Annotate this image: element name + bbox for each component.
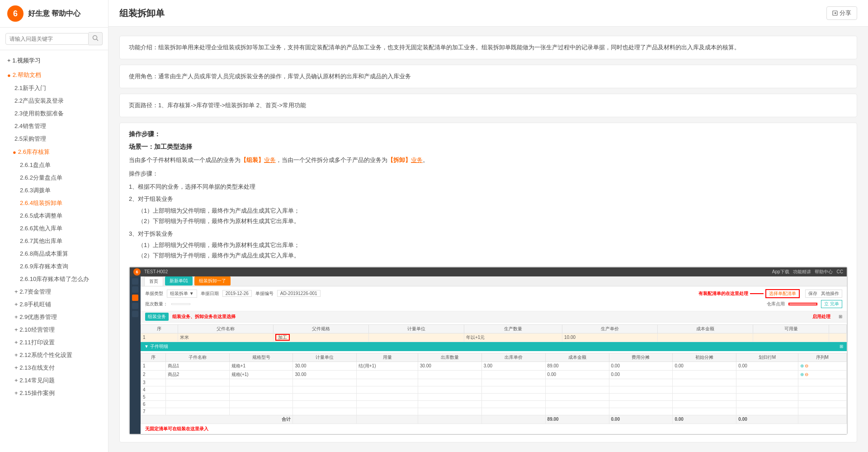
fake-screenshot: 6 TEST-H002 App下载 功能精讲 帮助中心 CC [129,267,847,434]
annotation-section: 组装业务、拆卸业务在这里选择 [172,314,236,320]
cell-l-name-2: 商品2 [165,370,229,379]
sidebar-item-sales[interactable]: 2.4销售管理 [0,120,108,133]
cell-op-btn-2[interactable]: ⊖ [805,363,808,368]
annotation-text-1: 有装配清单的在这里处理 [698,290,748,297]
col-out-price: 出库单价 [481,353,545,362]
mock-lower-title: ▼ 子件明细 [144,343,168,350]
sidebar-item-coupon[interactable]: + 2.9优惠券管理 [0,311,108,324]
sidebar-item-payment[interactable]: + 2.13在线支付 [0,362,108,374]
sidebar-item-data[interactable]: 2.3使用前数据准备 [0,107,108,120]
sidebar-item-error[interactable]: 2.6.10库存账本错了怎么办 [0,273,108,285]
sidebar-item-docs[interactable]: ● 2.帮助文档 [0,68,108,82]
mock-expand-lower: ⊞ [840,344,843,349]
col-unit: 计量单位 [368,324,464,333]
mock-qty-value[interactable] [171,303,190,305]
mock-select-btn[interactable]: 立 完单 [821,300,842,308]
cell-l-alloc-2: 0.00 [609,370,673,379]
mock-lower-row-3: 3 [141,379,847,386]
mock-lower-row-6: 6 [141,400,847,408]
mock-warehouse-input[interactable] [788,303,817,305]
cell-l-init-2 [673,370,736,379]
sidebar-item-assembly[interactable]: 2.6.4组装拆卸单 [0,197,108,209]
annotation-area-1: 有装配清单的在这里处理 选择单配清单 [698,289,800,298]
cell-cost [658,333,753,342]
sidebar-item-print[interactable]: + 2.11打印设置 [0,336,108,349]
mock-new-btn[interactable]: 组装拆卸一了 [194,276,231,285]
cell-l-init: 0.00 [673,362,736,370]
mock-assembly-btn[interactable]: 选择单配清单 [765,289,800,298]
search-icon [92,35,99,41]
mock-lower-section-header: ▼ 子件明细 ⊞ [141,342,847,351]
main-content: 组装拆卸单 分享 功能介绍：组装拆卸单用来处理企业组装或拆卸等加工业务，支持有固… [108,0,868,452]
sidebar-item-mgmt[interactable]: + 2.10经营管理 [0,324,108,336]
sidebar-item-in[interactable]: 2.6.6其他入库单 [0,222,108,235]
cell-l-seq: 1 [141,362,166,370]
share-label: 分享 [840,9,851,17]
col-parent-spec: 父件规格 [273,324,368,333]
sidebar-item-warehouse[interactable]: ● 2.6库存核算 [0,145,108,159]
mock-logo: 6 [133,268,141,276]
steps-section: 操作步骤： 场景一：加工类型选择 当由多个子件材料组装成一个成品的业务为【组装】… [119,123,857,442]
footer-amount2: 0.00 [609,415,673,423]
cell-l-out-qty: 30.00 [418,362,481,370]
cell-prod-price: 10.00 [562,333,658,342]
sidebar-item-check[interactable]: 2.6.9库存账本查询 [0,260,108,273]
sidebar-item-adjust[interactable]: 2.6.3调拨单 [0,184,108,197]
assembly-sub-list: （1）上部明细为父件明细，最终作为产成品生成其它入库单； （2）下部明细为子件明… [129,205,848,227]
sidebar-item-mobile[interactable]: + 2.8手机旺铺 [0,298,108,311]
cell-op-btn-1[interactable]: ⊕ [800,363,804,368]
mock-form-header: 单据类型 组装拆单 ▼ 单据日期 2019-12-26 单据编号 AD-2019… [141,286,847,311]
scenario-title: 场景一：加工类型选择 [129,143,848,151]
mock-no-value[interactable]: AD-20191226-001 [277,290,321,297]
sidebar-item-recount[interactable]: 2.6.8商品成本重算 [0,247,108,260]
scenario-desc1: 当由多个子件材料组装成一个成品的业务为【组装】业务，当由一个父件拆分成多个子产品… [129,155,848,165]
sidebar-item-finance[interactable]: + 2.7资金管理 [0,285,108,298]
cell-l-alloc: 0.00 [609,362,673,370]
sidebar-item-system[interactable]: + 2.12系统个性化设置 [0,349,108,362]
sidebar-item-partial[interactable]: 2.6.2分量盘点单 [0,171,108,184]
mock-date-value[interactable]: 2019-12-26 [222,290,252,297]
mock-system-bar: 6 TEST-H002 App下载 功能精讲 帮助中心 CC [130,267,847,276]
cell-l-ops-2: ⊕ ⊖ [798,370,846,379]
mock-type-value[interactable]: 组装拆单 ▼ [167,290,197,298]
sidebar-item-video[interactable]: + 1.视频学习 [0,54,108,67]
svg-point-0 [93,36,97,40]
sidebar-item-new[interactable]: 2.1新手入门 [0,82,108,95]
col-usage: 用量 [357,353,418,362]
sidebar-item-cost[interactable]: 2.6.5成本调整单 [0,209,108,222]
sidebar-item-cases[interactable]: + 2.15操作案例 [0,387,108,400]
nav-tree: + 1.视频学习 ● 2.帮助文档 2.1新手入门 2.2产品安装及登录 2.3… [0,50,108,452]
disassembly-sub-list: （1）上部明细为父件明细，最终作为原材料生成其它出库单； （2）下部明细为子件明… [129,240,848,261]
mock-action-btns[interactable]: 保存 其他操作 [805,290,842,298]
mock-tab-active[interactable]: 新新单01 [165,276,193,285]
cell-op-btn-3[interactable]: ⊕ [800,372,804,377]
search-button[interactable] [89,32,103,45]
cell-l-name: 商品1 [165,362,229,370]
sidebar-item-inventory[interactable]: 2.6.1盘点单 [0,159,108,171]
footer-amount1: 89.00 [545,415,609,423]
mock-section-tab[interactable]: 组装业务 [145,313,169,321]
sidebar-item-label: 2.帮助文档 [13,71,41,79]
search-input[interactable] [5,33,89,45]
col-alloc: 费用分摊 [609,353,673,362]
mock-tab-home[interactable]: 首页 [144,276,163,286]
step-2: 2、对于组装业务 （1）上部明细为父件明细，最终作为产成品生成其它入库单； （2… [129,194,848,226]
sidebar-item-faq[interactable]: + 2.14常见问题 [0,374,108,387]
share-button[interactable]: 分享 [826,6,857,20]
nav-section-video: + 1.视频学习 [0,54,108,67]
mock-form-row2: 批次数量： 仓库点用 立 完单 [145,300,842,308]
mock-lower-row-2: 2 商品2 规格(+1) 30.00 0.00 0.00 [141,370,847,379]
role-text: 使用角色：通常由生产人员或库管人员完成拆装业务的操作，库管人员确认原材料的出库和… [129,71,848,81]
sidebar-item-purchase[interactable]: 2.5采购管理 [0,133,108,145]
sidebar-item-install[interactable]: 2.2产品安装及登录 [0,95,108,107]
col-price: 生产单价 [562,324,658,333]
mock-lower-row-4: 4 [141,386,847,393]
minus-icon-warehouse: ● [13,149,16,156]
col-avail: 可用量 [753,324,829,333]
cell-op-btn-4[interactable]: ⊖ [805,372,808,377]
sidebar-item-out[interactable]: 2.6.7其他出库单 [0,235,108,247]
disassembly-step-1: （1）上部明细为父件明细，最终作为原材料生成其它出库单； [138,240,848,250]
mock-section-header: 组装业务 组装业务、拆卸业务在这里选择 启用处理 ⊞ [141,311,847,323]
mock-type-label: 单据类型 [145,290,163,297]
mock-left-nav [130,276,141,434]
